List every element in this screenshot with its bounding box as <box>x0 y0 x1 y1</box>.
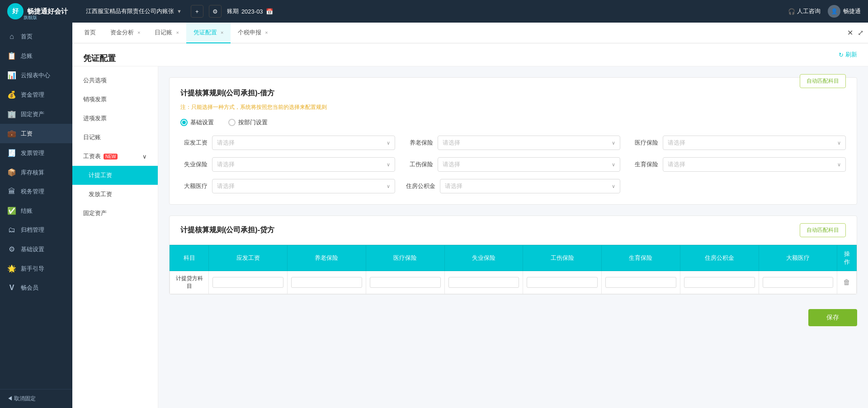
tab-tax-report-label: 个税申报 <box>238 28 261 37</box>
sidebar-item-settings[interactable]: ⚙ 基础设置 <box>0 239 72 259</box>
select-yf-salary[interactable]: 请选择 ∨ <box>212 136 395 150</box>
input-major-medical[interactable] <box>763 277 834 288</box>
radio-dept[interactable]: 按部门设置 <box>228 118 268 127</box>
tab-fund-analysis-label: 资金分析 <box>110 28 134 37</box>
th-action: 操作 <box>837 245 857 271</box>
debit-auto-match-button[interactable]: 自动匹配科目 <box>800 74 846 88</box>
settings-icon[interactable]: ⚙ <box>209 5 222 18</box>
customer-service-button[interactable]: 🎧 人工咨询 <box>788 7 821 15</box>
select-medical[interactable]: 请选择 ∨ <box>663 136 846 150</box>
cell-yf-salary[interactable] <box>209 271 288 294</box>
select-unemployment[interactable]: 请选择 ∨ <box>212 157 395 172</box>
left-nav-accrual[interactable]: 计提工资 <box>72 166 158 185</box>
sidebar-item-home[interactable]: ⌂ 首页 <box>0 27 72 46</box>
user-area[interactable]: 👤 畅捷通 <box>828 5 861 18</box>
home-icon: ⌂ <box>7 33 16 41</box>
cell-housing[interactable] <box>680 271 759 294</box>
calendar-icon[interactable]: 📅 <box>266 8 273 15</box>
unpin-sidebar-button[interactable]: ◀ 取消固定 <box>0 389 72 408</box>
tab-voucher-config-close[interactable]: × <box>221 30 223 35</box>
sidebar: ⌂ 首页 📋 总账 📊 云报表中心 💰 资金管理 🏢 固定资产 💼 工资 🧾 发… <box>0 23 72 408</box>
input-injury[interactable] <box>527 277 598 288</box>
select-maternity[interactable]: 请选择 ∨ <box>663 157 846 172</box>
sidebar-item-vip[interactable]: V 畅会员 <box>0 278 72 297</box>
tab-journal[interactable]: 日记账 × <box>147 23 186 43</box>
tab-tax-report-close[interactable]: × <box>265 30 268 35</box>
credit-auto-match-button[interactable]: 自动匹配科目 <box>800 223 846 237</box>
select-major-medical[interactable]: 请选择 ∨ <box>212 179 395 193</box>
cell-unemployment[interactable] <box>444 271 523 294</box>
field-unemployment: 失业保险 请选择 ∨ <box>180 157 395 172</box>
top-bar: 好 畅捷通好会计 旗舰版 江西服宝精品有限责任公司内账张 ▼ + ⚙ 账期 20… <box>0 0 868 23</box>
company-name: 江西服宝精品有限责任公司内账张 <box>86 7 174 15</box>
sidebar-item-invoice[interactable]: 🧾 发票管理 <box>0 143 72 163</box>
form-area: 计提核算规则(公司承担)-借方 注：只能选择一种方式，系统将按照您当前的选择来配… <box>158 66 868 408</box>
tab-expand-icon[interactable]: ⤢ <box>858 28 863 37</box>
left-nav-pay[interactable]: 发放工资 <box>72 185 158 204</box>
left-nav-payroll-header[interactable]: 工资表NEW ∨ <box>72 147 158 166</box>
invoice-icon: 🧾 <box>7 149 16 157</box>
tab-close-all-icon[interactable]: ✕ <box>847 28 853 37</box>
left-nav-fixed-asset[interactable]: 固定资产 <box>72 204 158 223</box>
label-major-medical: 大额医疗 <box>180 182 208 190</box>
debit-form-row-2: 失业保险 请选择 ∨ 工伤保险 请选择 <box>180 157 846 172</box>
sidebar-item-label: 发票管理 <box>21 149 44 157</box>
delete-row-button[interactable]: 🗑 <box>843 278 850 286</box>
sidebar-item-report[interactable]: 📊 云报表中心 <box>0 66 72 85</box>
tab-fund-analysis-close[interactable]: × <box>137 30 140 35</box>
select-maternity-placeholder: 请选择 <box>668 160 685 169</box>
tab-fund-analysis[interactable]: 资金分析 × <box>103 23 147 43</box>
add-button[interactable]: + <box>191 5 203 18</box>
sidebar-item-fund[interactable]: 💰 资金管理 <box>0 85 72 104</box>
sidebar-item-ledger[interactable]: 📋 总账 <box>0 46 72 66</box>
select-pension[interactable]: 请选择 ∨ <box>438 136 621 150</box>
sidebar-item-tax[interactable]: 🏛 税务管理 <box>0 182 72 201</box>
select-injury-placeholder: 请选择 <box>443 160 460 169</box>
tab-home-label: 首页 <box>84 28 96 37</box>
input-unemployment[interactable] <box>448 277 519 288</box>
sidebar-item-guide[interactable]: 🌟 新手引导 <box>0 259 72 278</box>
cell-injury[interactable] <box>523 271 602 294</box>
field-yf-salary: 应发工资 请选择 ∨ <box>180 136 395 150</box>
select-injury[interactable]: 请选择 ∨ <box>438 157 621 172</box>
tab-home[interactable]: 首页 <box>77 23 103 43</box>
label-unemployment: 失业保险 <box>180 160 208 169</box>
sidebar-item-archive[interactable]: 🗂 归档管理 <box>0 220 72 239</box>
left-nav-sales-invoice[interactable]: 销项发票 <box>72 90 158 109</box>
input-maternity[interactable] <box>605 277 676 288</box>
cell-medical[interactable] <box>366 271 444 294</box>
select-injury-arrow: ∨ <box>612 162 615 168</box>
select-housing-fund[interactable]: 请选择 ∨ <box>440 179 621 193</box>
payroll-expand-icon: ∨ <box>142 153 147 160</box>
radio-basic[interactable]: 基础设置 <box>180 118 214 127</box>
tab-tax-report[interactable]: 个税申报 × <box>231 23 275 43</box>
tab-bar-actions: ✕ ⤢ <box>847 28 863 37</box>
refresh-button[interactable]: ↻ 刷新 <box>839 51 857 66</box>
debit-form-rows: 应发工资 请选择 ∨ 养老保险 请选择 <box>180 136 846 193</box>
debit-form-row-3: 大额医疗 请选择 ∨ 住房公积金 请选择 <box>180 179 846 193</box>
credit-section: 计提核算规则(公司承担)-贷方 自动匹配科目 科目 应发工资 养老保险 医疗保险 <box>169 216 857 295</box>
tab-voucher-config[interactable]: 凭证配置 × <box>186 23 231 43</box>
input-housing[interactable] <box>684 277 755 288</box>
sidebar-item-closing[interactable]: ✅ 结账 <box>0 201 72 220</box>
input-medical[interactable] <box>370 277 441 288</box>
sidebar-item-asset[interactable]: 🏢 固定资产 <box>0 104 72 124</box>
left-nav-journal[interactable]: 日记账 <box>72 128 158 147</box>
debit-section: 计提核算规则(公司承担)-借方 注：只能选择一种方式，系统将按照您当前的选择来配… <box>169 77 857 205</box>
sidebar-item-label: 基础设置 <box>21 245 44 253</box>
cell-pension[interactable] <box>287 271 366 294</box>
cell-major-medical[interactable] <box>759 271 837 294</box>
select-medical-placeholder: 请选择 <box>668 139 685 147</box>
cell-maternity[interactable] <box>602 271 680 294</box>
save-button[interactable]: 保存 <box>808 309 857 326</box>
tab-journal-close[interactable]: × <box>176 30 179 35</box>
sidebar-item-salary[interactable]: 💼 工资 <box>0 124 72 143</box>
left-nav-public[interactable]: 公共选项 <box>72 71 158 90</box>
left-nav-purchase-invoice[interactable]: 进项发票 <box>72 109 158 128</box>
input-pension[interactable] <box>291 277 362 288</box>
input-yf-salary[interactable] <box>212 277 283 288</box>
refresh-icon: ↻ <box>839 52 844 58</box>
credit-table-header: 科目 应发工资 养老保险 医疗保险 失业保险 工伤保险 生育保险 住房公积金 大… <box>170 245 857 271</box>
company-selector[interactable]: 江西服宝精品有限责任公司内账张 ▼ <box>86 7 182 15</box>
sidebar-item-inventory[interactable]: 📦 库存核算 <box>0 163 72 182</box>
